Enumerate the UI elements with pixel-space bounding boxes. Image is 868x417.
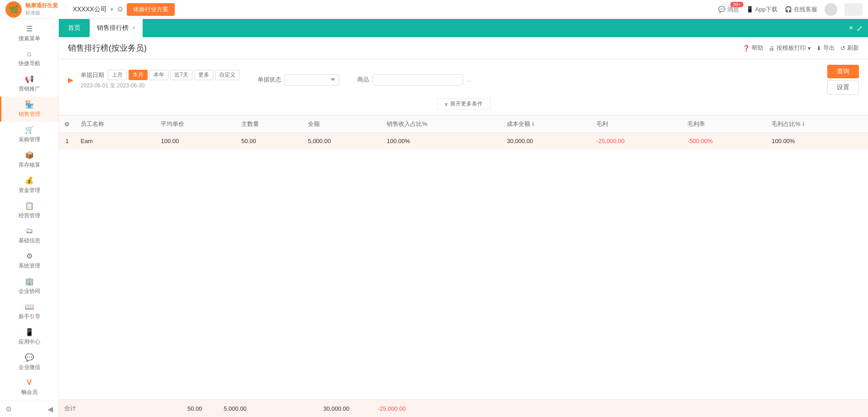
inventory-icon: 📦 xyxy=(25,151,34,159)
sidebar-collapse-icon[interactable]: ◀ xyxy=(48,405,53,413)
td-rank: 1 xyxy=(59,133,75,149)
top-bar: 🌿 畅康通好生意 标准版 XXXXX公司 ▾ ⚙ 体验行业方案 💬 消息 99+… xyxy=(0,0,868,19)
sidebar-item-system[interactable]: ⚙ 系统管理 xyxy=(0,248,58,273)
tab-close-button[interactable]: × xyxy=(849,24,853,32)
sidebar-item-finance[interactable]: 💰 资金管理 xyxy=(0,173,58,198)
refresh-button[interactable]: ↺ 刷新 xyxy=(840,44,859,52)
sidebar-item-basic[interactable]: 🗂 基础信息 xyxy=(0,223,58,248)
tab-maximize-button[interactable]: ⤢ xyxy=(857,24,863,33)
tab-sales-ranking[interactable]: 销售排行榜 × xyxy=(90,19,143,37)
table-container: ⚙ 员工名称 平均单价 主数量 全额 销售收入占比% 成本全额 ℹ 毛利 毛利率… xyxy=(59,115,868,399)
message-button[interactable]: 💬 消息 99+ xyxy=(718,5,739,14)
sidebar-item-operation[interactable]: 📋 经营管理 xyxy=(0,198,58,223)
status-filter-group: 单据状态 xyxy=(258,74,339,86)
sidebar-footer-settings-icon[interactable]: ⚙ xyxy=(5,405,12,413)
table-row: 1 Eam 100.00 50.00 5,000.00 100.00% 30,0… xyxy=(59,133,868,149)
th-gross-rate: 毛利率 xyxy=(682,115,766,133)
th-amount: 全额 xyxy=(302,115,381,133)
sidebar-label-enterprise: 企业协同 xyxy=(19,288,40,295)
date-btn-this-month[interactable]: 本月 xyxy=(129,70,148,80)
date-btn-more[interactable]: 更多 xyxy=(194,70,213,80)
print-button[interactable]: 🖨 按模板打印 ▾ xyxy=(769,44,811,52)
td-employee: Eam xyxy=(75,133,155,149)
print-dropdown-icon[interactable]: ▾ xyxy=(808,45,811,52)
tab-close-icon[interactable]: × xyxy=(132,25,135,31)
sidebar-label-quick-nav: 快捷导航 xyxy=(19,60,40,67)
divider xyxy=(65,4,66,15)
phone-icon: 📱 xyxy=(746,6,753,13)
sidebar-item-enterprise[interactable]: 🏢 企业协同 xyxy=(0,273,58,299)
date-filter-group: 单据日期 上月 本月 本年 近7天 更多 自定义 2023-06-0 xyxy=(81,70,240,90)
app-download-button[interactable]: 📱 App下载 xyxy=(746,5,777,14)
system-icon: ⚙ xyxy=(26,252,33,260)
sidebar-label-guide: 新手引导 xyxy=(19,313,40,321)
sidebar-label-operation: 经营管理 xyxy=(19,212,40,220)
online-service-button[interactable]: 🎧 在线客服 xyxy=(785,5,817,14)
sidebar-item-search-order[interactable]: ☰ 搜索菜单 xyxy=(0,21,58,46)
company-dropdown-icon[interactable]: ▾ xyxy=(110,6,113,13)
goods-filter-group: 商品 ... xyxy=(357,74,471,86)
td-avg-price: 100.00 xyxy=(155,133,235,149)
sidebar-menu: ☰ 搜索菜单 ⌂ 快捷导航 📢 营销推广 🏪 销售管理 🛒 采购管理 xyxy=(0,19,58,401)
date-filter-label: 单据日期 xyxy=(81,71,104,79)
sidebar-label-basic: 基础信息 xyxy=(19,237,40,244)
footer-cost-amount: 30,000.00 xyxy=(318,405,372,412)
settings-icon[interactable]: ⚙ xyxy=(117,5,123,14)
filter-action-buttons: 查询 设置 xyxy=(827,65,859,95)
th-cost-amount: 成本全额 ℹ xyxy=(501,115,591,133)
trial-button[interactable]: 体验行业方案 xyxy=(127,3,175,16)
app-center-icon: 📱 xyxy=(25,328,34,336)
logo-area: 🌿 畅康通好生意 标准版 xyxy=(5,1,58,18)
td-main-qty: 50.00 xyxy=(236,133,302,149)
page-title: 销售排行榜(按业务员) xyxy=(68,43,147,53)
sidebar-item-sales[interactable]: 🏪 销售管理 xyxy=(0,96,58,122)
th-sales-ratio: 销售收入占比% xyxy=(381,115,501,133)
print-icon: 🖨 xyxy=(769,45,775,52)
tab-home[interactable]: 首页 xyxy=(59,19,90,37)
help-icon: ❓ xyxy=(743,45,750,52)
avatar[interactable] xyxy=(825,3,837,16)
date-btn-this-year[interactable]: 本年 xyxy=(149,70,168,80)
export-button[interactable]: ⬇ 导出 xyxy=(816,44,835,52)
date-btn-7days[interactable]: 近7天 xyxy=(170,70,192,80)
sidebar-label-system: 系统管理 xyxy=(19,262,40,270)
date-btn-last-month[interactable]: 上月 xyxy=(108,70,127,80)
footer-label: 合计 xyxy=(64,404,146,412)
td-sales-ratio: 100.00% xyxy=(381,133,501,149)
logo-icon: 🌿 xyxy=(5,1,22,18)
filter-expand-icon[interactable]: ▶ xyxy=(68,76,73,84)
cost-info-icon[interactable]: ℹ xyxy=(532,121,534,127)
top-bar-left: 🌿 畅康通好生意 标准版 XXXXX公司 ▾ ⚙ 体验行业方案 xyxy=(5,1,718,18)
date-btn-custom[interactable]: 自定义 xyxy=(215,70,240,80)
table-header-row: ⚙ 员工名称 平均单价 主数量 全额 销售收入占比% 成本全额 ℹ 毛利 毛利率… xyxy=(59,115,868,133)
sidebar-label-search-order: 搜索菜单 xyxy=(19,35,40,43)
sidebar-item-inventory[interactable]: 📦 库存核算 xyxy=(0,147,58,173)
goods-more-link[interactable]: ... xyxy=(467,77,471,83)
goods-input[interactable] xyxy=(373,74,463,86)
sidebar-label-member: 畅会员 xyxy=(21,388,38,396)
quick-nav-icon: ⌂ xyxy=(27,50,32,58)
sidebar-item-marketing[interactable]: 📢 营销推广 xyxy=(0,71,58,96)
help-button[interactable]: ❓ 帮助 xyxy=(743,44,763,52)
filter-settings-button[interactable]: 设置 xyxy=(827,80,859,95)
tab-actions: × ⤢ xyxy=(844,24,868,33)
top-bar-right: 💬 消息 99+ 📱 App下载 🎧 在线客服 xyxy=(718,3,863,16)
th-gross-ratio: 毛利占比% ℹ xyxy=(766,115,868,133)
header-actions: ❓ 帮助 🖨 按模板打印 ▾ ⬇ 导出 ↺ 刷新 xyxy=(743,44,859,52)
gross-ratio-info-icon[interactable]: ℹ xyxy=(802,121,805,127)
query-button[interactable]: 查询 xyxy=(827,65,859,78)
sidebar-item-app-center[interactable]: 📱 应用中心 xyxy=(0,324,58,350)
expand-more-conditions-button[interactable]: ∨ 展开更多条件 xyxy=(436,98,490,110)
table-footer: 合计 50.00 5,000.00 30,000.00 -25,000.00 xyxy=(59,399,868,417)
avatar-name[interactable] xyxy=(844,3,863,16)
sidebar-item-quick-nav[interactable]: ⌂ 快捷导航 xyxy=(0,46,58,71)
sidebar-item-purchase[interactable]: 🛒 采购管理 xyxy=(0,122,58,147)
status-select[interactable] xyxy=(285,74,339,86)
sidebar-item-guide[interactable]: 📖 新手引导 xyxy=(0,299,58,324)
footer-amount: 5,000.00 xyxy=(218,405,264,412)
th-settings[interactable]: ⚙ xyxy=(59,115,75,133)
date-range-text: 2023-06-01 至 2023-06-30 xyxy=(81,82,144,89)
sidebar-item-member[interactable]: V 畅会员 xyxy=(0,375,58,400)
sidebar-footer: ⚙ ◀ xyxy=(0,401,58,417)
sidebar-item-wechat[interactable]: 💬 企业微信 xyxy=(0,350,58,375)
